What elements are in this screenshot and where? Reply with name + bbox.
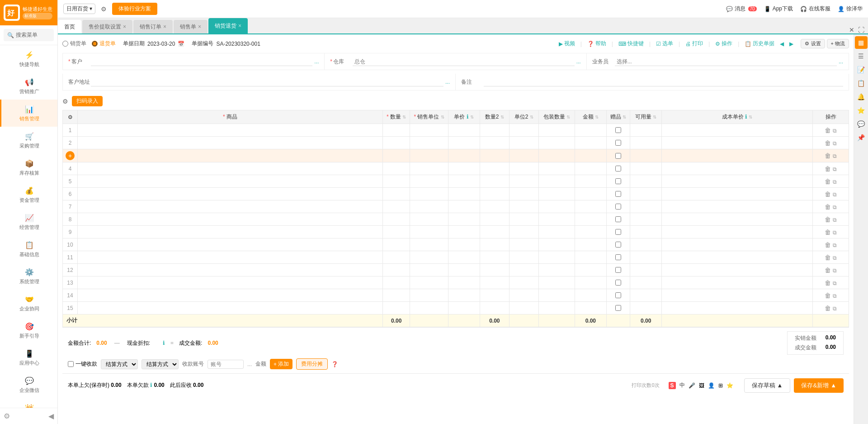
delete-row-btn-11[interactable]: 🗑 <box>825 254 831 261</box>
row-price-11[interactable] <box>448 251 480 264</box>
row-pkgqty-9[interactable] <box>538 226 575 238</box>
warehouse-lookup-btn[interactable]: ... <box>576 58 581 65</box>
row-cost-5[interactable] <box>662 175 813 188</box>
row-cost-15[interactable] <box>662 302 813 314</box>
row-amount-11[interactable] <box>575 251 606 264</box>
row-qty-5[interactable] <box>383 175 410 188</box>
row-avail-8[interactable] <box>630 213 662 226</box>
row-amount-5[interactable] <box>575 175 606 188</box>
row-avail-11[interactable] <box>630 251 662 264</box>
product-input-1[interactable] <box>80 127 380 133</box>
row-unit-8[interactable] <box>410 213 448 226</box>
row-price-8[interactable] <box>448 213 480 226</box>
row-avail-4[interactable] <box>630 162 662 175</box>
product-input-9[interactable] <box>80 229 380 235</box>
sidebar-item-member[interactable]: 👑畅会员 <box>0 398 57 408</box>
discount-info-icon[interactable]: ℹ <box>163 340 165 346</box>
row-avail-12[interactable] <box>630 264 662 276</box>
tab-2[interactable]: 销售订单× <box>133 20 173 33</box>
row-unit-13[interactable] <box>410 276 448 289</box>
copy-row-btn-1[interactable]: ⧉ <box>833 128 837 134</box>
row-gift-14[interactable] <box>606 289 630 302</box>
row-price-2[interactable] <box>448 137 480 149</box>
cost-info-icon[interactable]: ℹ <box>745 114 747 120</box>
select-btn[interactable]: ☑ 选单 <box>656 40 673 48</box>
price-info-icon[interactable]: ℹ <box>467 114 469 120</box>
product-input-7[interactable] <box>80 203 380 210</box>
save-new-btn[interactable]: 保存&新增 ▲ <box>794 378 844 393</box>
gift-check-3[interactable] <box>615 153 621 159</box>
row-price-3[interactable] <box>448 149 480 162</box>
row-unit-7[interactable] <box>410 200 448 213</box>
delete-row-btn-3[interactable]: 🗑 <box>825 152 831 159</box>
row-qty-6[interactable] <box>383 188 410 200</box>
gift-check-5[interactable] <box>615 178 621 184</box>
row-product-14[interactable] <box>78 289 383 302</box>
row-product-5[interactable] <box>78 175 383 188</box>
tab-3[interactable]: 销售单× <box>174 20 208 33</box>
row-gift-2[interactable] <box>606 137 630 149</box>
tab-close-1[interactable]: × <box>123 24 126 30</box>
row-avail-14[interactable] <box>630 289 662 302</box>
tab-close-2[interactable]: × <box>163 24 166 30</box>
row-qty-11[interactable] <box>383 251 410 264</box>
row-gift-10[interactable] <box>606 238 630 251</box>
delete-row-btn-13[interactable]: 🗑 <box>825 279 831 286</box>
row-pkgqty-15[interactable] <box>538 302 575 314</box>
row-unit2-8[interactable] <box>509 213 538 226</box>
tab-close-3[interactable]: × <box>198 24 201 30</box>
bell-icon[interactable]: 🔔 <box>855 91 868 103</box>
row-price-9[interactable] <box>448 226 480 238</box>
row-product-15[interactable] <box>78 302 383 314</box>
sidebar-collapse-btn[interactable]: ◀ <box>48 412 54 420</box>
delete-row-btn-14[interactable]: 🗑 <box>825 292 831 299</box>
gift-check-1[interactable] <box>615 127 621 133</box>
sidebar-item-enterprise[interactable]: 🤝企业协同 <box>0 290 57 317</box>
row-amount-3[interactable] <box>575 149 606 162</box>
copy-row-btn-6[interactable]: ⧉ <box>833 191 837 198</box>
row-gift-6[interactable] <box>606 188 630 200</box>
row-unit2-2[interactable] <box>509 137 538 149</box>
row-gift-5[interactable] <box>606 175 630 188</box>
gift-check-7[interactable] <box>615 204 621 210</box>
sidebar-item-app[interactable]: 📱应用中心 <box>0 344 57 371</box>
fee-info-icon[interactable]: ❓ <box>331 361 338 367</box>
delete-row-btn-15[interactable]: 🗑 <box>825 305 831 312</box>
row-pkgqty-1[interactable] <box>538 124 575 137</box>
copy-row-btn-2[interactable]: ⧉ <box>833 140 837 147</box>
qty2-sort-icon[interactable]: ⇅ <box>500 114 504 119</box>
row-amount-6[interactable] <box>575 188 606 200</box>
row-gift-4[interactable] <box>606 162 630 175</box>
row-qty-12[interactable] <box>383 264 410 276</box>
row-cost-7[interactable] <box>662 200 813 213</box>
row-unit2-10[interactable] <box>509 238 538 251</box>
gift-check-15[interactable] <box>615 305 621 311</box>
row-cost-12[interactable] <box>662 264 813 276</box>
product-input-15[interactable] <box>80 305 380 311</box>
row-price-7[interactable] <box>448 200 480 213</box>
delete-row-btn-1[interactable]: 🗑 <box>825 127 831 134</box>
taskbar-img-icon[interactable]: 🖼 <box>699 382 704 389</box>
delete-row-btn-2[interactable]: 🗑 <box>825 139 831 147</box>
row-qty2-5[interactable] <box>480 175 509 188</box>
settings-btn[interactable]: ⚙ 设置 <box>801 39 825 48</box>
row-amount-9[interactable] <box>575 226 606 238</box>
product-input-4[interactable] <box>80 165 380 172</box>
row-cost-4[interactable] <box>662 162 813 175</box>
copy-row-btn-5[interactable]: ⧉ <box>833 179 837 185</box>
row-qty2-11[interactable] <box>480 251 509 264</box>
row-avail-10[interactable] <box>630 238 662 251</box>
row-avail-5[interactable] <box>630 175 662 188</box>
row-unit-1[interactable] <box>410 124 448 137</box>
gift-check-2[interactable] <box>615 140 621 146</box>
row-cost-9[interactable] <box>662 226 813 238</box>
row-product-10[interactable] <box>78 238 383 251</box>
row-product-6[interactable] <box>78 188 383 200</box>
amount-sort-icon[interactable]: ⇅ <box>595 114 599 119</box>
gift-check-4[interactable] <box>615 166 621 172</box>
user-profile-btn[interactable]: 👤 徐泽华 <box>838 5 863 13</box>
help-btn[interactable]: ❓ 帮助 <box>587 40 606 48</box>
row-avail-3[interactable] <box>630 149 662 162</box>
row-price-6[interactable] <box>448 188 480 200</box>
row-qty2-14[interactable] <box>480 289 509 302</box>
